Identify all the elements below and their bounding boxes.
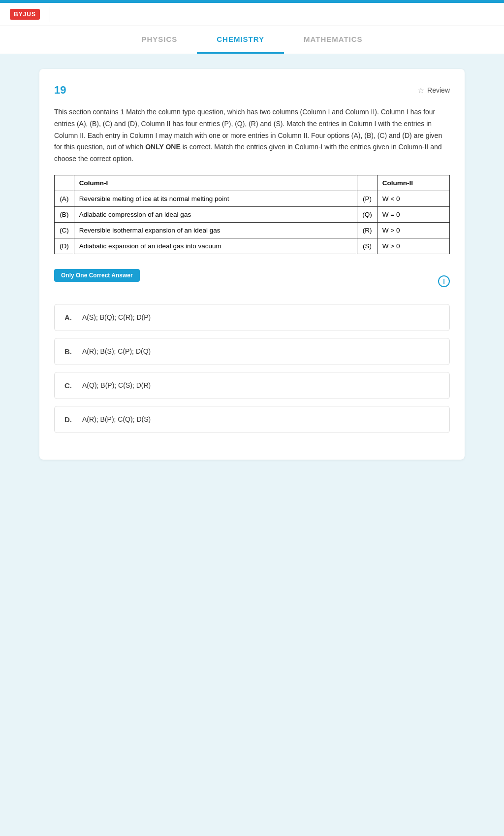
tab-chemistry[interactable]: CHEMISTRY bbox=[197, 26, 284, 54]
row-c-right-label: (R) bbox=[357, 222, 378, 238]
info-icon[interactable]: i bbox=[438, 275, 450, 287]
bold-text: ONLY ONE bbox=[145, 143, 181, 151]
header-divider bbox=[50, 7, 50, 22]
option-b-row[interactable]: B. A(R); B(S); C(P); D(Q) bbox=[54, 338, 450, 365]
row-c-left-label: (C) bbox=[55, 222, 74, 238]
option-c-row[interactable]: C. A(Q); B(P); C(S); D(R) bbox=[54, 372, 450, 399]
star-icon: ☆ bbox=[417, 86, 424, 95]
question-number: 19 bbox=[54, 84, 66, 97]
col2-header: Column-II bbox=[377, 175, 449, 191]
row-b-right-label: (Q) bbox=[357, 206, 378, 222]
row-a-left-text: Reversible melting of ice at its normal … bbox=[74, 191, 357, 206]
main-content: 19 ☆ Review This section contains 1 Matc… bbox=[0, 59, 504, 469]
option-b-label: B. bbox=[64, 347, 74, 356]
table-row: (A) Reversible melting of ice at its nor… bbox=[55, 191, 450, 206]
header-empty-right bbox=[357, 175, 378, 191]
row-c-left-text: Reversible isothermal expansion of an id… bbox=[74, 222, 357, 238]
match-table: Column-I Column-II (A) Reversible meltin… bbox=[54, 175, 450, 254]
answer-section: Only One Correct Answer i A. A(S); B(Q);… bbox=[54, 269, 450, 433]
tab-mathematics[interactable]: MATHEMATICS bbox=[284, 26, 382, 54]
tabs-container: PHYSICS CHEMISTRY MATHEMATICS bbox=[0, 26, 504, 54]
logo: BYJUS bbox=[10, 9, 40, 20]
table-header-row: Column-I Column-II bbox=[55, 175, 450, 191]
only-one-badge: Only One Correct Answer bbox=[54, 269, 140, 282]
option-b-text: A(R); B(S); C(P); D(Q) bbox=[82, 347, 151, 355]
row-d-right-label: (S) bbox=[357, 238, 378, 254]
table-row: (D) Adiabatic expansion of an ideal gas … bbox=[55, 238, 450, 254]
review-label: Review bbox=[427, 86, 450, 94]
badge-row: Only One Correct Answer i bbox=[54, 269, 450, 294]
row-a-right-label: (P) bbox=[357, 191, 378, 206]
header: BYJUS bbox=[0, 3, 504, 26]
review-button[interactable]: ☆ Review bbox=[417, 86, 450, 95]
question-header: 19 ☆ Review bbox=[54, 84, 450, 97]
option-a-label: A. bbox=[64, 313, 74, 322]
table-row: (C) Reversible isothermal expansion of a… bbox=[55, 222, 450, 238]
question-card: 19 ☆ Review This section contains 1 Matc… bbox=[39, 69, 465, 460]
option-d-row[interactable]: D. A(R); B(P); C(Q); D(S) bbox=[54, 406, 450, 433]
row-a-left-label: (A) bbox=[55, 191, 74, 206]
row-d-left-label: (D) bbox=[55, 238, 74, 254]
option-d-label: D. bbox=[64, 415, 74, 424]
row-a-right-text: W < 0 bbox=[377, 191, 449, 206]
row-d-left-text: Adiabatic expansion of an ideal gas into… bbox=[74, 238, 357, 254]
row-d-right-text: W > 0 bbox=[377, 238, 449, 254]
row-c-right-text: W > 0 bbox=[377, 222, 449, 238]
option-c-text: A(Q); B(P); C(S); D(R) bbox=[82, 381, 151, 389]
option-d-text: A(R); B(P); C(Q); D(S) bbox=[82, 415, 151, 423]
table-body: (A) Reversible melting of ice at its nor… bbox=[55, 191, 450, 254]
header-empty-left bbox=[55, 175, 74, 191]
col1-header: Column-I bbox=[74, 175, 357, 191]
option-a-row[interactable]: A. A(S); B(Q); C(R); D(P) bbox=[54, 304, 450, 331]
option-c-label: C. bbox=[64, 381, 74, 390]
table-row: (B) Adiabatic compression of an ideal ga… bbox=[55, 206, 450, 222]
question-description: This section contains 1 Match the column… bbox=[54, 106, 450, 165]
row-b-left-label: (B) bbox=[55, 206, 74, 222]
tab-physics[interactable]: PHYSICS bbox=[122, 26, 197, 54]
row-b-left-text: Adiabatic compression of an ideal gas bbox=[74, 206, 357, 222]
row-b-right-text: W = 0 bbox=[377, 206, 449, 222]
option-a-text: A(S); B(Q); C(R); D(P) bbox=[82, 313, 151, 321]
